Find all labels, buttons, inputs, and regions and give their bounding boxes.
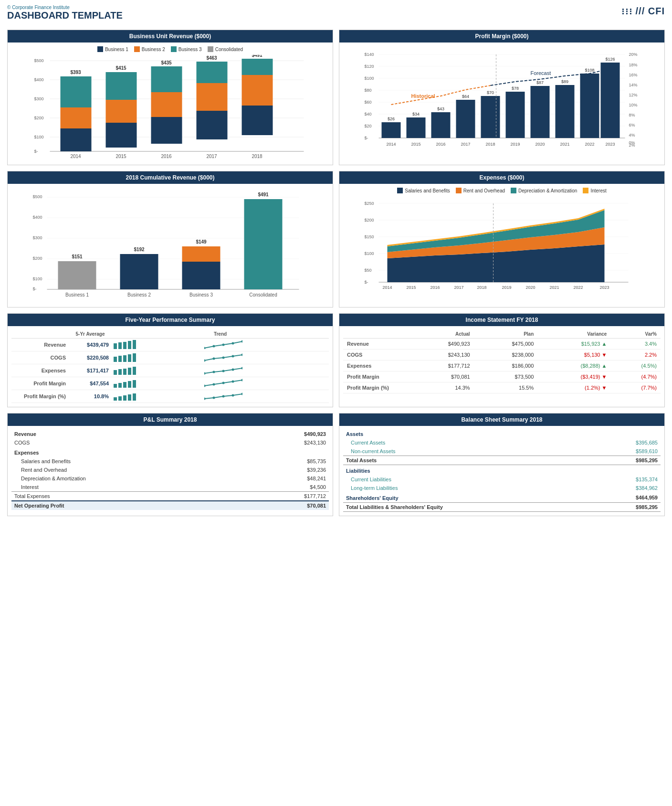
svg-text:$-: $-: [33, 286, 37, 291]
up-arrow-icon: ▲: [602, 341, 607, 347]
exp-legend-salaries: Salaries and Benefits: [397, 188, 450, 193]
svg-point-157: [231, 342, 234, 345]
svg-text:2016: 2016: [161, 154, 172, 159]
svg-rect-159: [114, 357, 117, 362]
expenses-title: Expenses ($000): [339, 171, 664, 184]
svg-text:$-: $-: [365, 280, 368, 285]
svg-rect-173: [133, 367, 136, 375]
perf-row-cogs-line: [202, 351, 329, 364]
business-unit-revenue-card: Business Unit Revenue ($000) Business 1 …: [7, 30, 333, 165]
svg-text:$-: $-: [365, 136, 368, 140]
expenses-svg: $250 $200 $150 $100 $50 $-: [343, 196, 661, 292]
is-row-pm-label: Profit Margin: [343, 371, 410, 382]
perf-row-revenue-spark: [112, 339, 202, 351]
svg-text:$150: $150: [365, 234, 374, 239]
is-row-cogs-actual: $243,130: [410, 350, 474, 361]
svg-rect-182: [128, 381, 131, 388]
perf-row-pmpct-line: [202, 390, 329, 403]
svg-rect-64: [382, 122, 401, 138]
svg-text:$108: $108: [585, 68, 594, 73]
pl-expenses-section-label: Expenses: [11, 447, 245, 457]
business-unit-revenue-body: Business 1 Business 2 Business 3 Consoli…: [8, 42, 333, 165]
exp-legend-int-box: [583, 188, 588, 193]
svg-text:$87: $87: [536, 80, 544, 85]
pl-dep-label: Depreciation & Amortization: [11, 474, 245, 483]
svg-text:$126: $126: [605, 57, 615, 62]
header: © Corporate Finance Institute DASHBOARD …: [7, 5, 665, 27]
table-row: Expenses $171,417: [11, 364, 329, 377]
is-row-cogs-label: COGS: [343, 350, 410, 361]
is-row-expenses-varpct: (4.5%): [610, 361, 661, 371]
svg-text:$491: $491: [252, 55, 262, 58]
is-row-pmpct-varpct: (7.7%): [610, 382, 661, 393]
bs-total-value: $985,295: [593, 503, 661, 512]
table-row: Profit Margin (%) 14.3% 15.5% (1.2%) ▼ (…: [343, 382, 661, 393]
svg-text:4%: 4%: [629, 133, 635, 138]
bs-current-assets-label: Current Assets: [343, 438, 593, 447]
svg-rect-18: [106, 100, 137, 123]
exp-legend-rent-box: [456, 188, 462, 193]
svg-point-185: [212, 383, 215, 386]
perf-summary-table: 5-Yr Average Trend Revenue $439,479: [11, 330, 329, 403]
svg-text:$500: $500: [33, 194, 42, 199]
table-row: Assets: [343, 430, 661, 438]
table-row: Shareholders' Equity $464,959: [343, 492, 661, 503]
perf-col-5yr: 5-Yr Average: [69, 330, 112, 339]
bs-assets-header-val: [593, 430, 661, 438]
svg-rect-88: [580, 74, 599, 138]
legend-b2-box: [134, 46, 140, 52]
balance-sheet-card: Balance Sheet Summary 2018 Assets Curren…: [339, 413, 665, 516]
income-statement-card: Income Statement FY 2018 Actual Plan Var…: [339, 313, 665, 407]
table-row: Depreciation & Amortization $48,241: [11, 474, 329, 483]
exp-legend-sal-label: Salaries and Benefits: [405, 188, 450, 193]
svg-text:$250: $250: [365, 201, 374, 206]
svg-rect-14: [61, 76, 92, 107]
svg-text:$78: $78: [512, 86, 519, 91]
is-row-expenses-label: Expenses: [343, 361, 410, 371]
pl-cogs-label: COGS: [11, 438, 245, 447]
svg-text:$60: $60: [365, 100, 372, 105]
svg-text:2014: 2014: [386, 142, 396, 147]
is-row-revenue-actual: $490,923: [410, 339, 474, 350]
svg-text:18%: 18%: [629, 63, 638, 67]
pl-net-profit-value: $70,081: [245, 501, 329, 510]
svg-point-187: [231, 381, 234, 383]
svg-text:2018: 2018: [477, 285, 486, 290]
svg-point-166: [222, 357, 224, 359]
svg-rect-160: [118, 356, 122, 362]
svg-text:$120: $120: [365, 64, 374, 69]
table-row: Expenses: [11, 447, 329, 457]
bs-total-assets-label: Total Assets: [343, 456, 593, 465]
svg-rect-115: [182, 262, 220, 289]
is-row-pm-variance: ($3,419) ▼: [537, 371, 610, 382]
perf-col-label: [11, 330, 69, 339]
svg-text:2017: 2017: [454, 285, 463, 290]
svg-text:$80: $80: [365, 88, 372, 93]
svg-point-174: [204, 372, 206, 375]
perf-row-expenses-avg: $171,417: [69, 364, 112, 377]
svg-rect-179: [114, 384, 117, 388]
perf-row-pmpct-label: Profit Margin (%): [11, 390, 69, 403]
svg-rect-19: [106, 72, 137, 100]
table-row: Liabilities: [343, 465, 661, 476]
svg-text:8%: 8%: [629, 113, 635, 117]
svg-rect-161: [123, 355, 126, 362]
svg-text:2018: 2018: [252, 154, 262, 159]
svg-rect-151: [123, 342, 126, 349]
perf-row-revenue-line: [202, 339, 329, 351]
svg-rect-33: [242, 75, 273, 106]
down-arrow-icon3: ▼: [602, 385, 607, 391]
pl-revenue-label: Revenue: [11, 430, 245, 438]
table-row: Total Assets $985,295: [343, 456, 661, 465]
svg-rect-67: [407, 117, 426, 138]
income-statement-body: Actual Plan Variance Var% Revenue $490,9…: [339, 326, 664, 397]
svg-point-167: [231, 355, 234, 358]
svg-point-198: [241, 393, 242, 395]
legend-b1: Business 1: [97, 46, 128, 52]
svg-text:2021: 2021: [560, 142, 569, 147]
is-row-cogs-variance: $5,130 ▼: [537, 350, 610, 361]
is-row-pm-varpct: (4.7%): [610, 371, 661, 382]
svg-point-186: [222, 382, 224, 384]
svg-text:$435: $435: [161, 60, 172, 65]
bs-noncurrent-assets-label: Non-current Assets: [343, 447, 593, 456]
